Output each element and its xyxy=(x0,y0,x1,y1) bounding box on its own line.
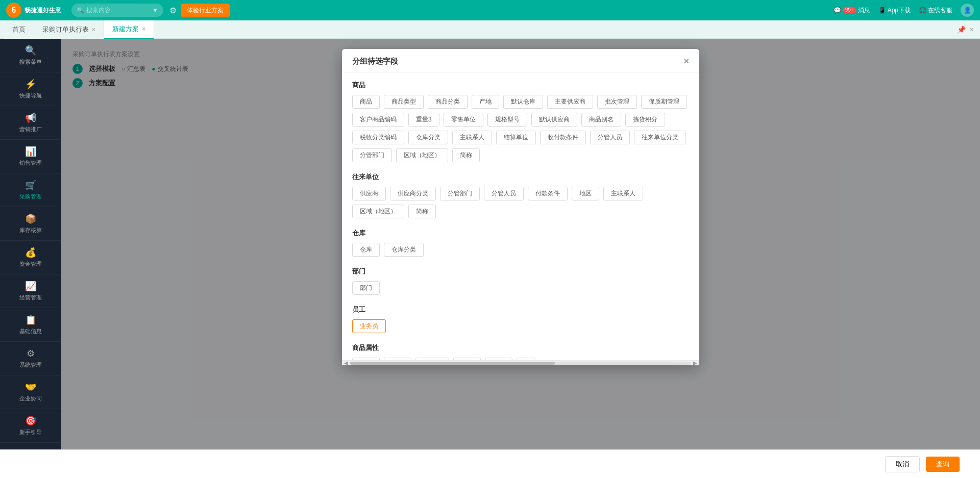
confirm-button[interactable]: 查询 xyxy=(926,457,960,472)
sidebar-inventory-label: 库存核算 xyxy=(19,227,42,234)
field-tag-warehouse[interactable]: 仓库 xyxy=(352,243,380,257)
scroll-left-btn[interactable]: ◀ xyxy=(344,360,348,366)
tab-new-plan-close[interactable]: × xyxy=(142,26,145,33)
service-icon: 🎧 xyxy=(919,7,926,14)
scrollbar-thumb[interactable] xyxy=(350,362,555,365)
dept-section-title: 部门 xyxy=(352,267,689,276)
settings-icon[interactable]: ⚙ xyxy=(169,6,177,15)
experience-btn[interactable]: 体验行业方案 xyxy=(181,4,230,17)
app-download-item[interactable]: 📱 App下载 xyxy=(878,6,911,15)
field-tag-main-contact-p[interactable]: 主联系人 xyxy=(603,187,643,200)
sidebar-item-sales[interactable]: 📊 销售管理 xyxy=(0,140,61,173)
field-tag-abbr[interactable]: 简称 xyxy=(452,148,480,162)
tab-purchase-close[interactable]: × xyxy=(92,26,95,33)
field-tag-region[interactable]: 区域（地区） xyxy=(396,148,448,162)
sidebar-item-system[interactable]: ⚙ 系统管理 xyxy=(0,342,61,375)
field-tag-warehouse-category[interactable]: 仓库分类 xyxy=(408,131,448,144)
tab-bar: 首页 采购订单执行表 × 新建方案 × 📌 × xyxy=(0,20,980,39)
goods-section: 商品 商品 商品类型 商品分类 产地 默认仓库 主要供应商 批次管理 保质期管理… xyxy=(352,81,689,162)
sidebar-system-label: 系统管理 xyxy=(19,361,42,369)
warehouse-section-title: 仓库 xyxy=(352,229,689,238)
dropdown-icon: ▼ xyxy=(152,7,158,14)
scroll-right-btn[interactable]: ▶ xyxy=(693,360,697,366)
field-tag-goods-category[interactable]: 商品分类 xyxy=(428,95,468,109)
field-tag-partner-category[interactable]: 往来单位分类 xyxy=(634,131,686,144)
field-tag-supplier-category[interactable]: 供应商分类 xyxy=(390,187,436,200)
field-tag-weight[interactable]: 重量3 xyxy=(408,113,439,127)
field-tag-partner-manager[interactable]: 分管人员 xyxy=(484,187,524,200)
field-tag-default-supplier[interactable]: 默认供应商 xyxy=(531,113,577,127)
field-tag-district[interactable]: 地区 xyxy=(572,187,599,200)
field-tag-spec-model[interactable]: 规格型号 xyxy=(487,113,527,127)
dept-field-tags: 部门 xyxy=(352,281,689,295)
notification-item[interactable]: 💬 99+ 消息 xyxy=(834,6,870,15)
employee-section-title: 员工 xyxy=(352,305,689,314)
top-search-bar[interactable]: 🔍 搜索内容 ▼ xyxy=(71,4,163,17)
field-tag-supplier[interactable]: 供应商 xyxy=(352,187,386,200)
system-icon: ⚙ xyxy=(27,348,35,359)
modal-close-btn[interactable]: × xyxy=(683,56,689,67)
cancel-button[interactable]: 取消 xyxy=(885,456,920,472)
field-tag-origin[interactable]: 产地 xyxy=(472,95,499,109)
tab-close-all-icon[interactable]: × xyxy=(970,26,974,34)
field-tag-region-p[interactable]: 区域（地区） xyxy=(352,205,404,218)
sidebar-item-purchase[interactable]: 🛒 采购管理 xyxy=(0,173,61,207)
sidebar-item-operations[interactable]: 📈 经营管理 xyxy=(0,274,61,308)
field-tag-goods[interactable]: 商品 xyxy=(352,95,380,109)
user-avatar[interactable]: 👤 xyxy=(961,4,974,17)
tab-pin-icon[interactable]: 📌 xyxy=(957,26,966,34)
sidebar-finance-label: 资金管理 xyxy=(19,260,42,268)
logo-area: 6 畅捷通好生意 xyxy=(6,3,67,18)
field-tag-retail-unit[interactable]: 零售单位 xyxy=(444,113,483,127)
tab-new-plan[interactable]: 新建方案 × xyxy=(104,20,154,39)
sidebar-item-guide[interactable]: 🎯 新手引导 xyxy=(0,409,61,443)
field-tag-shelf-life[interactable]: 保质期管理 xyxy=(641,95,687,109)
partner-field-tags: 供应商 供应商分类 分管部门 分管人员 付款条件 地区 主联系人 区域（地区） … xyxy=(352,187,689,218)
field-tag-dept[interactable]: 部门 xyxy=(352,281,380,295)
quick-nav-icon: ⚡ xyxy=(25,79,36,90)
field-tag-abbr-p[interactable]: 简称 xyxy=(408,205,436,218)
sidebar-item-search[interactable]: 🔍 搜索菜单 xyxy=(0,39,61,72)
field-tag-salesperson[interactable]: 业务员 xyxy=(352,319,386,333)
sidebar-item-inventory[interactable]: 📦 库存核算 xyxy=(0,207,61,241)
online-service-item[interactable]: 🎧 在线客服 xyxy=(919,6,952,15)
tab-purchase-list[interactable]: 采购订单执行表 × xyxy=(34,20,104,39)
field-tag-payment-terms[interactable]: 收付款条件 xyxy=(540,131,586,144)
search-placeholder: 搜索内容 xyxy=(86,6,111,15)
field-tag-goods-alias[interactable]: 商品别名 xyxy=(581,113,621,127)
field-tag-main-contact[interactable]: 主联系人 xyxy=(452,131,492,144)
notification-badge: 99+ xyxy=(843,7,856,13)
sidebar-item-enterprise[interactable]: 🤝 企业协同 xyxy=(0,375,61,409)
sidebar-item-basic[interactable]: 📋 基础信息 xyxy=(0,308,61,342)
download-icon: 📱 xyxy=(878,7,886,14)
field-tag-pick-points[interactable]: 拣货积分 xyxy=(625,113,665,127)
field-tag-manager[interactable]: 分管人员 xyxy=(590,131,630,144)
search-menu-icon: 🔍 xyxy=(25,45,36,56)
modal-horizontal-scrollbar[interactable]: ◀ ▶ xyxy=(342,360,699,365)
user-icon: 👤 xyxy=(964,7,971,14)
search-icon: 🔍 xyxy=(77,7,84,14)
field-tag-pay-terms[interactable]: 付款条件 xyxy=(528,187,568,200)
enterprise-icon: 🤝 xyxy=(25,382,36,393)
sidebar: 🔍 搜索菜单 ⚡ 快捷导航 📢 营销推广 📊 销售管理 🛒 采购管理 📦 库存核… xyxy=(0,39,61,478)
field-tag-default-warehouse[interactable]: 默认仓库 xyxy=(503,95,543,109)
field-tag-settlement-unit[interactable]: 结算单位 xyxy=(496,131,536,144)
field-tag-main-supplier[interactable]: 主要供应商 xyxy=(547,95,593,109)
field-tag-tax-code[interactable]: 税收分类编码 xyxy=(352,131,404,144)
sidebar-item-finance[interactable]: 💰 资金管理 xyxy=(0,241,61,274)
field-tag-partner-dept[interactable]: 分管部门 xyxy=(440,187,480,200)
finance-icon: 💰 xyxy=(25,247,36,258)
sidebar-item-marketing[interactable]: 📢 营销推广 xyxy=(0,106,61,140)
tab-home[interactable]: 首页 xyxy=(4,20,34,39)
field-tag-warehouse-cat[interactable]: 仓库分类 xyxy=(384,243,424,257)
field-tag-customer-code[interactable]: 客户商品编码 xyxy=(352,113,404,127)
sidebar-item-quick-nav[interactable]: ⚡ 快捷导航 xyxy=(0,72,61,106)
field-tag-dept-mgmt[interactable]: 分管部门 xyxy=(352,148,392,162)
field-tag-goods-type[interactable]: 商品类型 xyxy=(384,95,424,109)
app-name: 畅捷通好生意 xyxy=(24,6,61,15)
field-tag-batch-mgmt[interactable]: 批次管理 xyxy=(597,95,637,109)
goods-section-title: 商品 xyxy=(352,81,689,90)
notification-label: 消息 xyxy=(858,6,870,15)
modal-body[interactable]: 商品 商品 商品类型 商品分类 产地 默认仓库 主要供应商 批次管理 保质期管理… xyxy=(342,72,699,360)
sidebar-quick-nav-label: 快捷导航 xyxy=(19,92,42,99)
